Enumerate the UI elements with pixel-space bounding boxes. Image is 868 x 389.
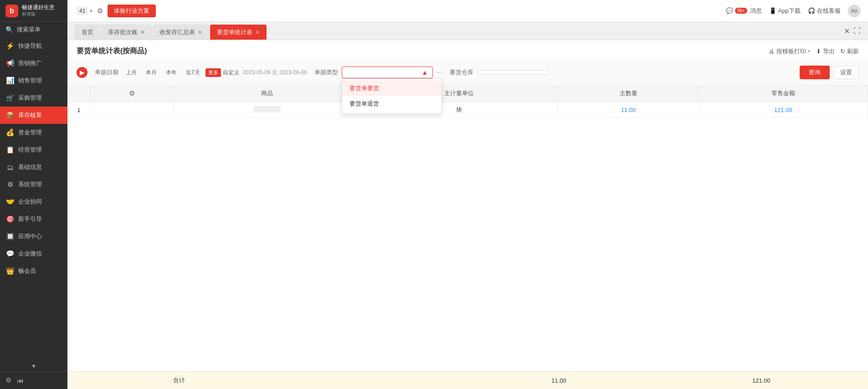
tab-requisition-stats[interactable]: 要货单统计表 ✕ [210, 25, 267, 40]
collapse-icon[interactable]: ⏮ [17, 377, 24, 384]
type-select[interactable]: ▲ [342, 67, 433, 78]
sidebar-item-inventory[interactable]: 📦 库存核算 [0, 107, 67, 124]
table-area: ⚙ 商品 主计量单位 主数量 零售金额 1 [67, 85, 868, 389]
refresh-label: 刷新 [847, 47, 859, 56]
dropdown-option-return[interactable]: 要货单退货 [342, 96, 442, 112]
tab-receivable-summary[interactable]: 收发存汇总表 ✕ [153, 25, 209, 40]
sidebar-item-label: 快捷导航 [18, 42, 62, 50]
sidebar-item-marketing[interactable]: 📢 营销推广 [0, 55, 67, 72]
online-service[interactable]: 🎧 在线客服 [808, 7, 841, 15]
sales-icon: 📊 [5, 77, 15, 85]
topbar-right: 💬 99+ 消息 📱 App下载 🎧 在线客服 Rit [726, 5, 861, 17]
sidebar-item-basic[interactable]: 🗂 基础信息 [0, 159, 67, 176]
sidebar-item-guide[interactable]: 🎯 新手引导 [0, 210, 67, 228]
tab-receivable-summary-close[interactable]: ✕ [198, 29, 202, 36]
tab-home[interactable]: 首页 [75, 25, 100, 40]
sidebar-item-system[interactable]: ⚙ 系统管理 [0, 176, 67, 193]
filter-date-lastmonth[interactable]: 上月 [122, 67, 140, 78]
filter-warehouse-group: 要货仓库 [450, 68, 550, 77]
page-title: 要货单统计表(按商品) [77, 46, 147, 56]
user-avatar[interactable]: Rit [848, 5, 861, 17]
filter-date-group: 单据日期 上月 本月 本年 近7天 更多 自定义 2023-05-06 至 20… [95, 67, 307, 78]
purchase-icon: 🛒 [5, 94, 15, 102]
quick-nav-icon: ⚡ [5, 42, 15, 50]
app-logo-icon: b [5, 5, 18, 17]
filter-date-7days[interactable]: 近7天 [182, 67, 204, 78]
table-settings-icon[interactable]: ⚙ [129, 89, 135, 97]
topbar: 41 ▾ ⚙ 体验行业方案 💬 99+ 消息 📱 App下载 🎧 在线客服 Ri… [67, 0, 868, 22]
sidebar-item-appstore[interactable]: 🔲 应用中心 [0, 228, 67, 245]
tab-home-label: 首页 [82, 28, 93, 36]
sidebar-logo: b 畅捷通好生意 标准版 [0, 0, 67, 22]
sidebar-item-sales[interactable]: 📊 销售管理 [0, 72, 67, 89]
sidebar-item-vip[interactable]: 👑 畅会员 [0, 262, 67, 280]
col-index [67, 85, 90, 102]
online-service-label: 在线客服 [817, 7, 841, 15]
tab-close-all-icon[interactable]: ✕ [844, 26, 850, 35]
type-label: 单据类型 [314, 68, 338, 77]
warehouse-select[interactable] [477, 70, 550, 75]
topbar-left: 41 ▾ ⚙ 体验行业方案 [75, 5, 156, 17]
print-icon: 🖨 [769, 48, 775, 55]
main-content: 41 ▾ ⚙ 体验行业方案 💬 99+ 消息 📱 App下载 🎧 在线客服 Ri… [67, 0, 868, 389]
dropdown-option-order[interactable]: 要货单要货 [342, 81, 442, 96]
app-download[interactable]: 📱 App下载 [769, 7, 801, 15]
col-settings[interactable]: ⚙ [90, 85, 174, 102]
filter-expand-btn[interactable]: ▶ [77, 67, 87, 78]
export-icon: ⬇ [816, 48, 821, 55]
tab-receivable-summary-label: 收发存汇总表 [159, 28, 195, 36]
refresh-action[interactable]: ↻ 刷新 [840, 47, 859, 56]
sidebar-item-wechat[interactable]: 💬 企业微信 [0, 245, 67, 262]
footer-quantity: 11.00 [457, 377, 660, 384]
sidebar-search[interactable]: 🔍 搜索菜单 [0, 22, 67, 37]
sidebar-item-operation[interactable]: 📋 经营管理 [0, 141, 67, 159]
sidebar-item-purchase[interactable]: 🛒 采购管理 [0, 89, 67, 107]
app-download-label: App下载 [778, 7, 801, 15]
sidebar-item-finance[interactable]: 💰 资金管理 [0, 124, 67, 141]
footer-amount: 121.00 [660, 377, 863, 384]
tab-fullscreen-icon[interactable]: ⛶ [853, 26, 861, 35]
page-content: 要货单统计表(按商品) 🖨 按模板打印 ▾ ⬇ 导出 ↻ 刷新 [67, 40, 868, 389]
date-range-display: 2023-05-06 至 2023-06-06 [243, 69, 307, 77]
sidebar-item-label: 企业协同 [18, 198, 62, 206]
tab-inventory-batch-close[interactable]: ✕ [140, 29, 145, 36]
guide-icon: 🎯 [5, 215, 15, 223]
cell-amount[interactable]: 121.00 [699, 102, 868, 118]
filter-date-more-badge[interactable]: 更多 [205, 68, 221, 77]
filter-date-custom[interactable]: 自定义 [223, 69, 239, 77]
sidebar: b 畅捷通好生意 标准版 🔍 搜索菜单 ⚡ 快捷导航 📢 营销推广 📊 销售管理… [0, 0, 67, 389]
export-action[interactable]: ⬇ 导出 [816, 47, 835, 56]
service-icon: 🎧 [808, 7, 815, 14]
notification-badge: 99+ [735, 8, 747, 14]
basic-icon: 🗂 [5, 164, 15, 171]
sidebar-item-enterprise[interactable]: 🤝 企业协同 [0, 193, 67, 210]
query-button[interactable]: 查询 [800, 66, 830, 79]
notifications[interactable]: 💬 99+ 消息 [726, 7, 762, 15]
topbar-gear-icon[interactable]: ⚙ [97, 7, 103, 15]
tab-requisition-stats-close[interactable]: ✕ [255, 29, 260, 36]
tab-inventory-batch[interactable]: 库存批次账 ✕ [101, 25, 152, 40]
app-logo-text: 畅捷通好生意 标准版 [22, 4, 55, 18]
filter-date-thisyear[interactable]: 本年 [162, 67, 180, 78]
sidebar-item-label: 经营管理 [18, 146, 62, 154]
trial-btn[interactable]: 体验行业方案 [108, 5, 156, 17]
cell-quantity[interactable]: 11.00 [558, 102, 699, 118]
print-label: 按模板打印 [776, 47, 806, 56]
print-action[interactable]: 🖨 按模板打印 ▾ [769, 47, 811, 56]
sidebar-item-quick-nav[interactable]: ⚡ 快捷导航 [0, 37, 67, 55]
page-header: 要货单统计表(按商品) 🖨 按模板打印 ▾ ⬇ 导出 ↻ 刷新 [67, 40, 868, 60]
cell-product [174, 102, 360, 118]
table-empty-space [67, 118, 868, 371]
filter-dots-icon[interactable]: ··· [437, 68, 442, 77]
sidebar-nav: ⚡ 快捷导航 📢 营销推广 📊 销售管理 🛒 采购管理 📦 库存核算 💰 资金管… [0, 37, 67, 361]
wechat-icon: 💬 [5, 250, 15, 258]
sidebar-scroll-down[interactable]: ▼ [0, 361, 67, 371]
product-blurred [253, 106, 281, 113]
setting-button[interactable]: 设置 [833, 66, 859, 79]
filter-date-thismonth[interactable]: 本月 [142, 67, 160, 78]
table-row: 1 块 11.00 121.00 [67, 102, 868, 118]
settings-icon[interactable]: ⚙ [5, 376, 11, 384]
store-selector[interactable]: 41 ▾ [75, 7, 92, 15]
sidebar-item-label: 库存核算 [18, 111, 62, 119]
sidebar-item-label: 资金管理 [18, 128, 62, 137]
